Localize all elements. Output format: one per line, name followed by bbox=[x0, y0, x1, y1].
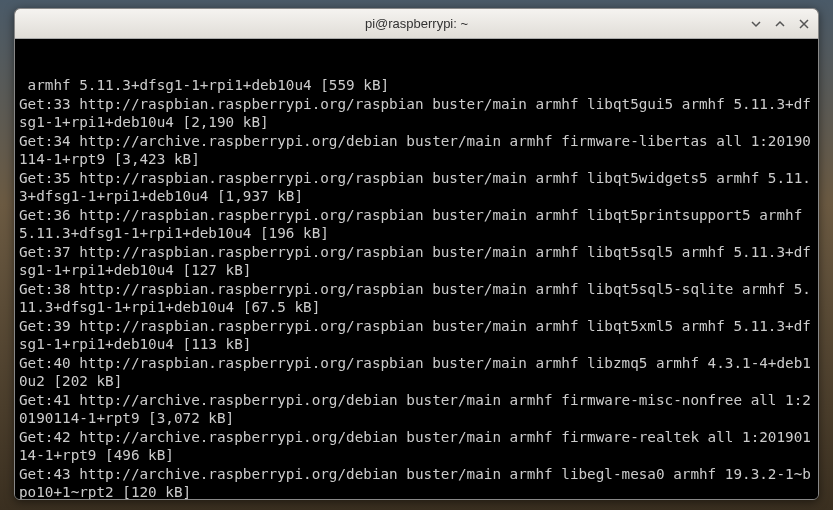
titlebar[interactable]: pi@raspberrypi: ~ bbox=[15, 9, 818, 39]
chevron-up-icon bbox=[774, 18, 786, 30]
terminal-line: Get:33 http://raspbian.raspberrypi.org/r… bbox=[19, 95, 814, 132]
maximize-button[interactable] bbox=[772, 16, 788, 32]
close-icon bbox=[798, 18, 810, 30]
terminal-line: Get:39 http://raspbian.raspberrypi.org/r… bbox=[19, 317, 814, 354]
window-controls bbox=[748, 9, 812, 38]
minimize-button[interactable] bbox=[748, 16, 764, 32]
terminal-line: Get:42 http://archive.raspberrypi.org/de… bbox=[19, 428, 814, 465]
window-title: pi@raspberrypi: ~ bbox=[365, 16, 468, 31]
chevron-down-icon bbox=[750, 18, 762, 30]
terminal-line: Get:37 http://raspbian.raspberrypi.org/r… bbox=[19, 243, 814, 280]
terminal-line: Get:35 http://raspbian.raspberrypi.org/r… bbox=[19, 169, 814, 206]
terminal-line: Get:43 http://archive.raspberrypi.org/de… bbox=[19, 465, 814, 500]
terminal-line: Get:36 http://raspbian.raspberrypi.org/r… bbox=[19, 206, 814, 243]
terminal-line: Get:38 http://raspbian.raspberrypi.org/r… bbox=[19, 280, 814, 317]
terminal-line: Get:41 http://archive.raspberrypi.org/de… bbox=[19, 391, 814, 428]
terminal-window: pi@raspberrypi: ~ armhf 5.11.3+dfsg1-1+r… bbox=[14, 8, 819, 500]
terminal-line: Get:40 http://raspbian.raspberrypi.org/r… bbox=[19, 354, 814, 391]
terminal-output[interactable]: armhf 5.11.3+dfsg1-1+rpi1+deb10u4 [559 k… bbox=[15, 39, 818, 499]
terminal-line: Get:34 http://archive.raspberrypi.org/de… bbox=[19, 132, 814, 169]
close-button[interactable] bbox=[796, 16, 812, 32]
terminal-line: armhf 5.11.3+dfsg1-1+rpi1+deb10u4 [559 k… bbox=[19, 76, 814, 95]
terminal-lines: armhf 5.11.3+dfsg1-1+rpi1+deb10u4 [559 k… bbox=[19, 76, 814, 499]
